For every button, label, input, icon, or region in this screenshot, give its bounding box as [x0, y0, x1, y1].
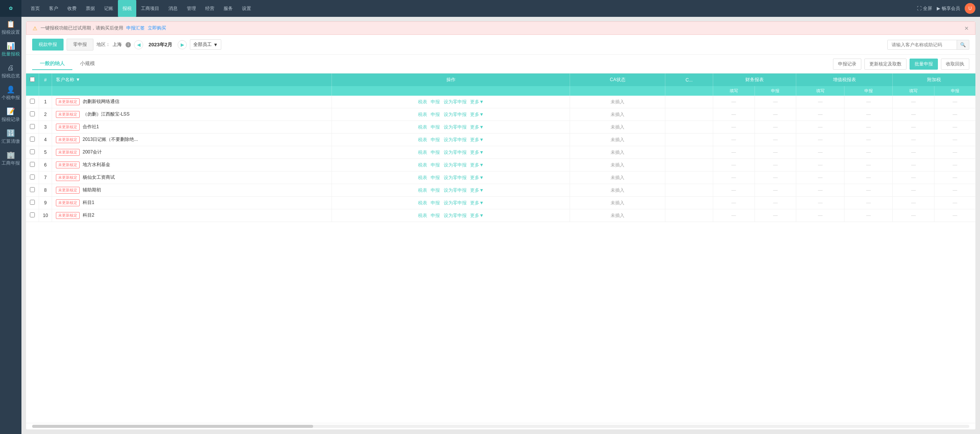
nav-home[interactable]: 首页 — [26, 0, 44, 17]
op-set-zero[interactable]: 设为零申报 — [444, 175, 467, 180]
fullscreen-toggle[interactable]: ⛶ 全屏 — [917, 5, 932, 12]
tab-small-scale[interactable]: 小规模 — [72, 58, 103, 70]
op-tax-table[interactable]: 税表 — [418, 188, 427, 193]
op-more[interactable]: 更多▼ — [470, 188, 484, 193]
op-tax-table[interactable]: 税表 — [418, 175, 427, 180]
op-tax-table[interactable]: 税表 — [418, 112, 427, 117]
op-apply[interactable]: 申报 — [431, 124, 440, 130]
row-checkbox-7[interactable] — [30, 187, 35, 192]
op-more[interactable]: 更多▼ — [470, 124, 484, 130]
op-apply[interactable]: 申报 — [431, 99, 440, 104]
op-apply[interactable]: 申报 — [431, 188, 440, 193]
notice-link-record[interactable]: 申报汇签 — [126, 25, 145, 31]
op-set-zero[interactable]: 设为零申报 — [444, 200, 467, 206]
search-input[interactable] — [888, 40, 957, 49]
op-set-zero[interactable]: 设为零申报 — [444, 112, 467, 117]
table-row: 2 未更新核定 （勿删）江西酸宝-LSS 税表 申报 设为零申报 更多▼ 未插入… — [26, 108, 975, 121]
row-checkbox-0[interactable] — [30, 99, 35, 104]
btn-update-confirm[interactable]: 更新核定及取数 — [864, 59, 906, 70]
op-apply[interactable]: 申报 — [431, 150, 440, 155]
op-apply[interactable]: 申报 — [431, 112, 440, 117]
op-more[interactable]: 更多▼ — [470, 213, 484, 218]
op-apply[interactable]: 申报 — [431, 137, 440, 142]
nav-accounting[interactable]: 记账 — [100, 0, 118, 17]
op-tax-table[interactable]: 税表 — [418, 200, 427, 206]
btn-fetch-back[interactable]: 收取回执 — [941, 59, 969, 70]
nav-invoice[interactable]: 票据 — [81, 0, 100, 17]
row-checkbox-8[interactable] — [30, 200, 35, 205]
nav-service[interactable]: 服务 — [219, 0, 237, 17]
sidebar-item-batch-tax[interactable]: 📊 批量报税 — [0, 39, 21, 60]
op-tax-table[interactable]: 税表 — [418, 124, 427, 130]
nav-settings[interactable]: 设置 — [237, 0, 256, 17]
sidebar-item-tax-records[interactable]: 📝 报税记录 — [0, 104, 21, 126]
tab-shen-bao[interactable]: 税款申报 — [32, 39, 64, 51]
op-apply[interactable]: 申报 — [431, 213, 440, 218]
op-set-zero[interactable]: 设为零申报 — [444, 188, 467, 193]
row-tax-fill: — — [796, 209, 844, 222]
nav-messages[interactable]: 消息 — [164, 0, 182, 17]
nav-customer[interactable]: 客户 — [44, 0, 63, 17]
sidebar-item-personal-tax[interactable]: 👤 个税申报 — [0, 82, 21, 104]
row-checkbox-2[interactable] — [30, 124, 35, 129]
date-prev-btn[interactable]: ◀ — [134, 40, 143, 49]
nav-billing[interactable]: 收费 — [63, 0, 81, 17]
op-more[interactable]: 更多▼ — [470, 175, 484, 180]
nav-tax[interactable]: 报税 — [118, 0, 136, 17]
op-set-zero[interactable]: 设为零申报 — [444, 162, 467, 168]
select-all-checkbox[interactable] — [30, 77, 35, 82]
sidebar-item-settlement[interactable]: 🔢 汇算清缴 — [0, 126, 21, 148]
op-set-zero[interactable]: 设为零申报 — [444, 150, 467, 155]
op-apply[interactable]: 申报 — [431, 175, 440, 180]
sidebar-item-tax-settings[interactable]: 📋 报税设置 — [0, 17, 21, 39]
op-more[interactable]: 更多▼ — [470, 200, 484, 206]
op-apply[interactable]: 申报 — [431, 162, 440, 168]
op-more[interactable]: 更多▼ — [470, 162, 484, 168]
nav-business[interactable]: 工商项目 — [136, 0, 164, 17]
user-avatar[interactable]: U — [965, 3, 975, 14]
row-finance-apply: — — [755, 171, 796, 184]
nav-operations[interactable]: 经营 — [201, 0, 219, 17]
region-info-icon[interactable]: i — [126, 42, 131, 47]
sidebar-item-annual-report[interactable]: 🏢 工商年报 — [0, 148, 21, 170]
op-tax-table[interactable]: 税表 — [418, 99, 427, 104]
date-next-btn[interactable]: ▶ — [178, 40, 187, 49]
op-tax-table[interactable]: 税表 — [418, 137, 427, 142]
tab-ling-shen[interactable]: 零申报 — [67, 39, 93, 51]
op-more[interactable]: 更多▼ — [470, 99, 484, 104]
notice-close-btn[interactable]: ✕ — [964, 25, 969, 31]
app-logo[interactable]: ✿ — [0, 0, 21, 17]
row-checkbox-5[interactable] — [30, 162, 35, 167]
op-tax-table[interactable]: 税表 — [418, 162, 427, 168]
op-set-zero[interactable]: 设为零申报 — [444, 213, 467, 218]
row-status-tag: 未更新核定 — [56, 162, 80, 168]
sidebar-item-tax-overview[interactable]: 🖨 报税总览 — [0, 60, 21, 82]
search-btn[interactable]: 🔍 — [957, 40, 969, 49]
nav-admin[interactable]: 管理 — [182, 0, 201, 17]
op-set-zero[interactable]: 设为零申报 — [444, 137, 467, 142]
btn-apply-record[interactable]: 申报记录 — [833, 59, 861, 70]
op-set-zero[interactable]: 设为零申报 — [444, 99, 467, 104]
row-add-fill: — — [893, 184, 934, 197]
row-checkbox-4[interactable] — [30, 149, 35, 154]
dept-selector[interactable]: 全部员工 ▼ — [190, 39, 221, 50]
op-more[interactable]: 更多▼ — [470, 112, 484, 117]
row-operations: 税表 申报 设为零申报 更多▼ — [332, 134, 570, 146]
row-checkbox-3[interactable] — [30, 137, 35, 142]
upgrade-btn[interactable]: ▶ 畅享会员 — [937, 5, 960, 12]
row-checkbox-6[interactable] — [30, 175, 35, 179]
op-apply[interactable]: 申报 — [431, 200, 440, 206]
tab-general-taxpayer[interactable]: 一般的纳人 — [32, 58, 72, 70]
btn-batch-apply[interactable]: 批量申报 — [910, 59, 938, 70]
row-customer-name: 未更新核定 科目1 — [52, 197, 332, 209]
row-checkbox-9[interactable] — [30, 212, 35, 217]
table-body: 1 未更新核定 勿删新锐网络通信 税表 申报 设为零申报 更多▼ 未插入 — —… — [26, 96, 975, 222]
notice-link-buy[interactable]: 立即购买 — [148, 25, 166, 31]
op-set-zero[interactable]: 设为零申报 — [444, 124, 467, 130]
row-checkbox-1[interactable] — [30, 111, 35, 116]
op-more[interactable]: 更多▼ — [470, 150, 484, 155]
op-tax-table[interactable]: 税表 — [418, 213, 427, 218]
op-tax-table[interactable]: 税表 — [418, 150, 427, 155]
op-more[interactable]: 更多▼ — [470, 137, 484, 142]
row-add-fill: — — [893, 146, 934, 159]
